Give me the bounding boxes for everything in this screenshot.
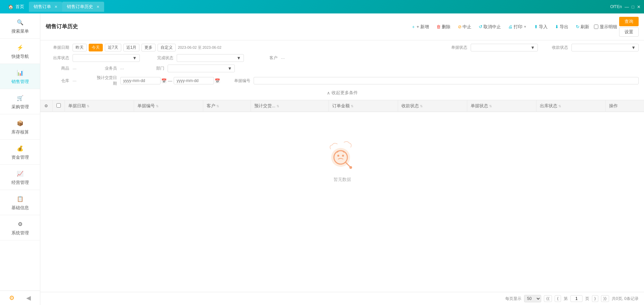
export-btn[interactable]: ⬇ 导出 <box>552 23 571 31</box>
system-mgmt-icon: ⚙ <box>15 219 25 229</box>
th-doc-status[interactable]: 单据状态⇅ <box>467 100 536 112</box>
page-title: 销售订单历史 <box>46 23 78 30</box>
print-btn[interactable]: 🖨 打印 ▼ <box>506 23 529 31</box>
delete-btn[interactable]: 🗑 删除 <box>434 23 453 31</box>
print-dropdown-icon: ▼ <box>523 25 527 29</box>
warehouse-ellipsis[interactable]: ··· <box>73 78 77 83</box>
sidebar-item-quick-nav[interactable]: ⚡ 快捷导航 <box>0 39 40 64</box>
sidebar-collapse-btn[interactable]: ◀ <box>26 294 31 302</box>
product-ellipsis[interactable]: ··· <box>73 66 77 71</box>
query-btn[interactable]: 查询 <box>619 17 639 26</box>
svg-point-3 <box>349 166 352 169</box>
svg-point-4 <box>337 155 339 157</box>
yesterday-btn[interactable]: 昨天 <box>73 44 87 51</box>
sidebar-item-label: 搜索菜单 <box>11 28 29 34</box>
sidebar-item-search-menu[interactable]: 🔍 搜索菜单 <box>0 13 40 39</box>
tab-history-close[interactable]: ✕ <box>96 5 99 9</box>
sidebar-item-fund-mgmt[interactable]: 💰 资金管理 <box>0 140 40 165</box>
collapse-bar[interactable]: ∧ 收起更多条件 <box>46 89 639 97</box>
salesperson-ellipsis[interactable]: ··· <box>120 66 124 71</box>
sidebar-item-ops-mgmt[interactable]: 📈 经营管理 <box>0 165 40 190</box>
new-icon: ＋ <box>411 24 416 30</box>
cancel-stop-btn[interactable]: ↺ 取消中止 <box>476 23 504 31</box>
today-btn[interactable]: 今天 <box>89 44 103 51</box>
display-detail-toggle[interactable]: 显示明细 <box>594 24 617 30</box>
last-page-btn[interactable]: ⟩⟩ <box>601 295 609 302</box>
th-customer[interactable]: 客户⇅ <box>203 100 251 112</box>
th-doc-date[interactable]: 单据日期⇅ <box>65 100 134 112</box>
date-range-text: 2023-06-02 至 2023-06-02 <box>178 45 221 50</box>
doc-no-input[interactable] <box>254 77 639 84</box>
th-expected-delivery[interactable]: 预计交货...⇅ <box>251 100 329 112</box>
new-btn[interactable]: ＋ + 新增 <box>409 23 432 31</box>
complete-status-select[interactable]: ▼ <box>177 54 244 62</box>
expected-date-end[interactable] <box>174 77 214 84</box>
th-doc-no[interactable]: 单据编号⇅ <box>134 100 203 112</box>
payment-status-select[interactable]: ▼ <box>571 44 639 51</box>
payment-status-dropdown-icon: ▼ <box>631 45 636 50</box>
page-size-select[interactable]: 20 50 100 <box>524 295 541 302</box>
sidebar-item-purchase-mgmt[interactable]: 🛒 采购管理 <box>0 89 40 114</box>
tab-sales-order[interactable]: 销售订单 ✕ <box>29 2 62 12</box>
doc-status-select[interactable]: ▼ <box>471 44 538 51</box>
expected-date-start[interactable] <box>120 77 161 84</box>
last7-btn[interactable]: 近7天 <box>105 44 121 51</box>
th-gear[interactable]: ⚙ <box>40 100 52 112</box>
product-label: 商品 <box>46 66 73 71</box>
sort-outstatus-icon: ⇅ <box>558 104 561 108</box>
th-check[interactable] <box>52 100 65 112</box>
sidebar-item-label: 经营管理 <box>11 180 29 186</box>
table-header: ⚙ 单据日期⇅ 单据编号⇅ 客户⇅ <box>40 100 644 112</box>
out-status-select[interactable]: ▼ <box>73 54 140 62</box>
date-separator: — <box>167 78 174 83</box>
sidebar-item-basic-info[interactable]: 📋 基础信息 <box>0 190 40 215</box>
next-page-btn[interactable]: ⟩ <box>592 295 598 302</box>
import-btn[interactable]: ⬆ 导入 <box>531 23 550 31</box>
th-operation: 操作 <box>606 100 644 112</box>
th-out-status[interactable]: 出库状态⇅ <box>536 100 606 112</box>
stop-btn[interactable]: ⊘ 中止 <box>455 23 474 31</box>
last1month-btn[interactable]: 近1月 <box>123 44 140 51</box>
filter-row-3: 商品 ··· 业务员 ··· 部门 ▼ <box>46 65 639 72</box>
dept-select[interactable]: ▼ <box>168 65 235 72</box>
page-input[interactable] <box>570 295 583 302</box>
first-page-btn[interactable]: ⟨⟨ <box>544 295 552 302</box>
sidebar-item-sales-mgmt[interactable]: 📊 销售管理 <box>0 64 40 89</box>
refresh-btn[interactable]: ↻ 刷新 <box>573 23 592 31</box>
tab-home[interactable]: 🏠 首页 <box>3 2 29 12</box>
tab-sales-order-history[interactable]: 销售订单历史 ✕ <box>62 2 104 12</box>
prev-page-btn[interactable]: ⟨ <box>555 295 561 302</box>
settings-btn[interactable]: 设置 <box>619 27 639 37</box>
more-btn[interactable]: 更多 <box>141 44 156 51</box>
minimize-btn[interactable]: — <box>625 4 629 9</box>
tab-sales-order-close[interactable]: ✕ <box>54 5 57 9</box>
customer-ellipsis[interactable]: ··· <box>281 55 285 61</box>
inventory-icon: 📦 <box>15 118 25 128</box>
pagination-bar: 每页显示 20 50 100 ⟨⟨ ⟨ 第 页 ⟩ ⟩⟩ 共0页, 0条记录 <box>40 292 644 305</box>
sidebar-item-inventory[interactable]: 📦 库存核算 <box>0 114 40 140</box>
sidebar: 🔍 搜索菜单 ⚡ 快捷导航 📊 销售管理 🛒 采购管理 📦 库存核算 💰 资金管… <box>0 13 40 305</box>
custom-btn[interactable]: 自定义 <box>158 44 176 51</box>
filter-row-2: 出库状态 ▼ 完成状态 ▼ 客户 ··· <box>46 54 639 62</box>
sort-payment-icon: ⇅ <box>420 104 423 108</box>
filter-area: 单据日期 昨天 今天 近7天 近1月 更多 自定义 2023-06-02 至 2… <box>40 40 644 100</box>
cal-end-icon[interactable]: 📅 <box>215 78 220 83</box>
window-close-btn[interactable]: ✕ <box>637 4 641 9</box>
sidebar-settings-btn[interactable]: ⚙ <box>9 294 14 302</box>
sort-expected-icon: ⇅ <box>276 104 279 108</box>
date-filter-content: 昨天 今天 近7天 近1月 更多 自定义 2023-06-02 至 2023-0… <box>73 44 444 51</box>
empty-text: 暂无数据 <box>334 177 351 183</box>
sidebar-item-label: 库存核算 <box>11 129 29 135</box>
display-detail-checkbox[interactable] <box>594 25 598 29</box>
date-label: 单据日期 <box>46 45 73 50</box>
home-icon: 🏠 <box>8 4 13 9</box>
cal-start-icon[interactable]: 📅 <box>161 78 167 83</box>
payment-status-label: 收款状态 <box>545 45 571 50</box>
page-header: 销售订单历史 ＋ + 新增 🗑 删除 ⊘ 中止 ↺ 取消中止 <box>40 13 644 40</box>
sidebar-item-system-mgmt[interactable]: ⚙ 系统管理 <box>0 215 40 240</box>
th-payment-status[interactable]: 收款状态⇅ <box>398 100 467 112</box>
main-layout: 🔍 搜索菜单 ⚡ 快捷导航 📊 销售管理 🛒 采购管理 📦 库存核算 💰 资金管… <box>0 13 644 305</box>
th-order-amount[interactable]: 订单金额⇅ <box>329 100 398 112</box>
select-all-checkbox[interactable] <box>56 103 61 108</box>
restore-btn[interactable]: □ <box>632 4 634 9</box>
